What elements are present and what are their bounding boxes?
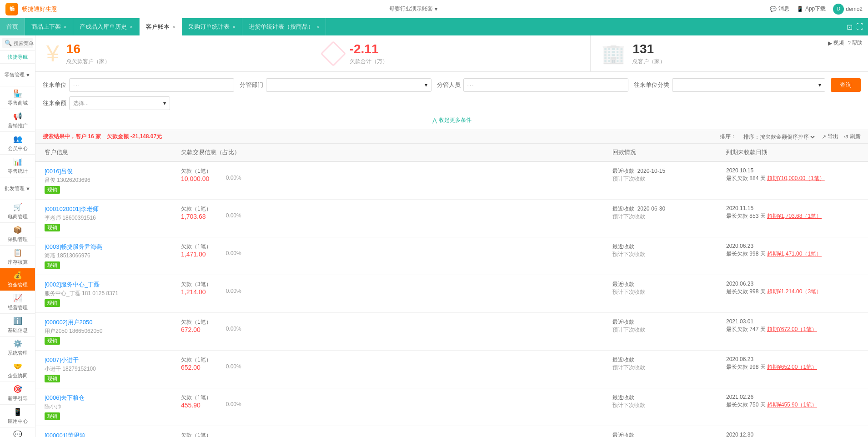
sidebar-item-member[interactable]: 👥 会员中心 xyxy=(0,132,35,155)
cell-recovery: 最近收款 2020-06-30 预计下次收款 xyxy=(611,204,724,232)
debt-amount: 10,000.00 xyxy=(181,175,211,182)
tab-product-history[interactable]: 产成品入库单历史 × xyxy=(73,18,139,35)
tab-stock-stats[interactable]: 进货单统计表（按商品） × xyxy=(242,18,326,35)
inventory-icon: 📋 xyxy=(13,248,22,257)
sidebar-item-basic-info[interactable]: ℹ️ 基础信息 xyxy=(0,314,35,337)
customer-name-link[interactable]: [0016]吕俊 xyxy=(45,168,73,175)
overdue-link[interactable]: 超期¥1,214.00（3笔） xyxy=(767,288,822,295)
sidebar-item-quick-nav[interactable]: 快捷导航 xyxy=(0,51,35,64)
sidebar-item-retail-store[interactable]: 🏪 零售商城 xyxy=(0,86,35,109)
video-button[interactable]: ▶ 视频 xyxy=(828,39,844,47)
table-row: [0016]吕俊 吕俊 13026203696 现销 欠款（1笔） 10,000… xyxy=(35,162,868,200)
sidebar-item-retail-stats[interactable]: 📊 零售统计 xyxy=(0,155,35,177)
customer-name-link[interactable]: [000002]用户2050 xyxy=(45,319,93,326)
filter-collapse-button[interactable]: ⋀ 收起更多条件 xyxy=(43,115,861,126)
recovery-recent: 最近收款 xyxy=(612,281,722,288)
tab-purchase-order[interactable]: 采购订单统计表 × xyxy=(182,18,242,35)
cell-due-date: 2020.10.15 最长欠款 884 天 超期¥10,000.00（1笔） xyxy=(724,166,861,195)
customer-name-link[interactable]: [0001020001]李老师 xyxy=(45,206,99,212)
customer-tag: 现销 xyxy=(45,412,60,420)
sidebar-item-retail-mgmt[interactable]: 零售管理 ▼ xyxy=(0,64,35,86)
chevron-down-icon: ▾ xyxy=(163,100,166,106)
result-bar: 搜索结果中，客户 16 家 欠款金额 -21,148.07元 排序： 排序：按欠… xyxy=(35,130,868,144)
user-profile[interactable]: D demo2 xyxy=(833,4,863,15)
tab-close-product-history[interactable]: × xyxy=(130,24,132,30)
sidebar-item-marketing[interactable]: 📢 营销推广 xyxy=(0,109,35,132)
sidebar-item-new-guide[interactable]: 🎯 新手引导 xyxy=(0,382,35,405)
sidebar-item-finance[interactable]: 💰 资金管理 xyxy=(0,268,35,291)
filter-section: 往来单位 ··· 分管部门 ▾ 分管人员 ··· xyxy=(35,72,868,130)
tab-close-product-off[interactable]: × xyxy=(64,24,66,30)
debt-ratio: 0.00% xyxy=(226,288,241,294)
debt-count: 欠款（1笔） xyxy=(181,432,211,437)
overdue-link[interactable]: 超期¥652.00（1笔） xyxy=(767,364,817,370)
download-icon: 📱 xyxy=(797,6,803,12)
debt-amount: 1,471.00 xyxy=(181,251,211,258)
refresh-button[interactable]: ↺ 刷新 xyxy=(844,133,861,141)
refresh-icon: ↺ xyxy=(844,134,848,140)
sidebar-item-inventory[interactable]: 📋 库存核算 xyxy=(0,246,35,268)
message-button[interactable]: 💬 消息 xyxy=(770,5,789,13)
filter-select-balance[interactable]: 选择... ▾ xyxy=(69,96,170,110)
sidebar-item-app-center[interactable]: 📱 应用中心 xyxy=(0,405,35,427)
tab-customer-account[interactable]: 客户账本 × xyxy=(140,18,182,35)
sidebar-item-label: 系统管理 xyxy=(8,350,28,357)
sidebar-item-purchase[interactable]: 📦 采购管理 xyxy=(0,223,35,246)
header-right: 💬 消息 📱 App下载 D demo2 xyxy=(770,4,863,15)
customer-phone: 小进干 18279152100 xyxy=(45,365,177,373)
marketing-icon: 📢 xyxy=(13,112,22,121)
sidebar-item-label: 应用中心 xyxy=(8,418,28,425)
cell-debt-info: 欠款（1笔） 429.00 0.00% xyxy=(179,431,611,437)
sidebar-item-operations[interactable]: 📈 经营管理 xyxy=(0,291,35,314)
tab-close-customer-account[interactable]: × xyxy=(172,24,175,30)
table-row: [0007]小进干 小进干 18279152100 现销 欠款（1笔） 652.… xyxy=(35,351,868,388)
overdue-link[interactable]: 超期¥672.00（1笔） xyxy=(767,326,817,332)
app-download-button[interactable]: 📱 App下载 xyxy=(797,5,826,13)
customer-name-link[interactable]: [0006]去下粮仓 xyxy=(45,394,85,401)
customer-name-link[interactable]: [0003]畅捷服务尹海燕 xyxy=(45,243,102,250)
customer-name-link[interactable]: [0007]小进干 xyxy=(45,357,79,363)
tab-close-purchase-order[interactable]: × xyxy=(232,24,235,30)
tab-restore-button[interactable]: ⊡ xyxy=(847,23,853,31)
overdue-link[interactable]: 超期¥1,703.68（1笔） xyxy=(767,213,822,219)
sidebar-search[interactable]: 🔍 xyxy=(0,35,35,51)
debt-amount: 1,703.68 xyxy=(181,213,211,220)
sidebar-item-corp-collab[interactable]: 🤝 企业协同 xyxy=(0,359,35,382)
customer-name-link[interactable]: [0002]服务中心_丁磊 xyxy=(45,281,100,288)
sidebar-item-label: 库存核算 xyxy=(8,259,28,266)
tab-home[interactable]: 首页 xyxy=(0,18,25,35)
filter-input-person[interactable]: ··· xyxy=(463,78,628,92)
sidebar-item-ecommerce[interactable]: 🛒 电商管理 xyxy=(0,200,35,223)
result-actions: 排序： 排序：按欠款金额倒序排序 ↗ 导出 ↺ 刷新 xyxy=(720,133,861,141)
export-button[interactable]: ↗ 导出 xyxy=(822,133,838,141)
recovery-next: 预计下次收款 xyxy=(612,213,722,221)
due-days: 最长欠款 750 天 超期¥455.90（1笔） xyxy=(726,401,859,409)
customer-phone: 吕俊 13026203696 xyxy=(45,176,177,184)
diamond-icon xyxy=(320,40,346,66)
sort-select[interactable]: 排序：按欠款金额倒序排序 xyxy=(742,133,816,141)
cell-customer-info: [0016]吕俊 吕俊 13026203696 现销 xyxy=(43,166,179,195)
due-days: 最长欠款 998 天 超期¥652.00（1笔） xyxy=(726,363,859,371)
overdue-link[interactable]: 超期¥10,000.00（1笔） xyxy=(767,175,825,181)
filter-select-dept[interactable]: ▾ xyxy=(266,78,431,92)
sidebar-item-sys-mgmt[interactable]: ⚙️ 系统管理 xyxy=(0,337,35,359)
cell-customer-info: [000002]用户2050 用户2050 18665062050 现销 xyxy=(43,317,179,346)
search-menu-input[interactable] xyxy=(14,40,35,46)
store-selector[interactable]: 母婴行业演示账套 ▾ xyxy=(389,5,437,13)
filter-select-unit-class[interactable]: ▾ xyxy=(672,78,825,92)
sidebar-item-batch-mgmt[interactable]: 批发管理 ▼ xyxy=(0,177,35,200)
overdue-link[interactable]: 超期¥1,471.00（1笔） xyxy=(767,251,822,257)
tab-product-off[interactable]: 商品上下架 × xyxy=(25,18,73,35)
tab-close-stock-stats[interactable]: × xyxy=(316,24,319,30)
overdue-link[interactable]: 超期¥455.90（1笔） xyxy=(767,402,817,408)
filter-input-from-unit[interactable]: ··· xyxy=(69,78,234,92)
sidebar-item-corp-wechat[interactable]: 💬 企业微信 xyxy=(0,427,35,437)
query-button[interactable]: 查询 xyxy=(831,78,861,92)
purchase-icon: 📦 xyxy=(13,226,22,234)
building-icon: 🏢 xyxy=(602,44,625,63)
cell-debt-info: 欠款（1笔） 672.00 0.00% xyxy=(179,317,611,346)
help-button[interactable]: ? 帮助 xyxy=(848,39,863,47)
tab-expand-button[interactable]: ⛶ xyxy=(856,23,863,31)
recovery-next: 预计下次收款 xyxy=(612,364,722,372)
customer-name-link[interactable]: [000001]黄思源 xyxy=(45,432,85,437)
